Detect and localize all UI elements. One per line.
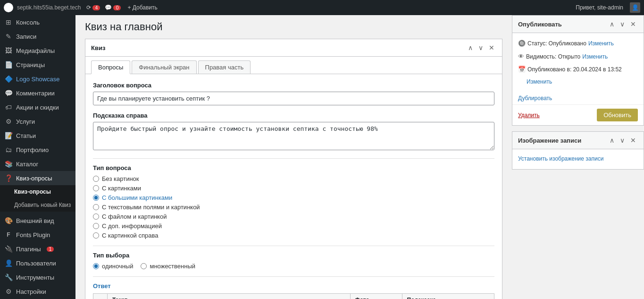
radio-s-kartinkami-label: С картинками — [102, 185, 141, 192]
comments-badge: 0 — [113, 5, 121, 10]
tab-voprosy[interactable]: Вопросы — [91, 60, 130, 74]
zapisi-icon: ✎ — [5, 33, 12, 40]
sidebar-item-kviz[interactable]: ❓ Квиз-опросы — [0, 171, 75, 185]
duplicate-link[interactable]: Дублировать — [518, 95, 552, 102]
col-text: Текст — [108, 294, 351, 299]
image-panel: Изображение записи ∧ ∨ ✕ Установить изоб… — [512, 131, 644, 170]
radio-bez-kartinok-input[interactable] — [93, 176, 99, 182]
sidebar-item-label: Медиафайлы — [16, 47, 55, 54]
panel-collapse-button[interactable]: ∧ — [466, 43, 475, 52]
page-title: Квиз на главной — [85, 21, 502, 33]
sidebar-item-nastroyki[interactable]: ⚙ Настройки — [0, 284, 75, 299]
panel-expand-button[interactable]: ∨ — [477, 43, 485, 52]
image-panel-header: Изображение записи ∧ ∨ ✕ — [512, 132, 644, 149]
sidebar-item-konsol[interactable]: ⊞ Консоль — [0, 15, 75, 29]
sidebar-item-media[interactable]: 🖼 Медиафайлы — [0, 43, 75, 58]
publish-panel: Опубликовать ∧ ∨ ✕ 🔘 Статус: Опубликован… — [512, 15, 644, 126]
update-button[interactable]: Обновить — [597, 109, 638, 121]
sidebar-item-stranitsy[interactable]: 📄 Страницы — [0, 58, 75, 72]
status-label: Статус: Опубликовано — [527, 39, 586, 49]
updates-icon-item[interactable]: ⟳ 4 — [86, 4, 100, 11]
radio-mnozhestvennyy[interactable]: множественный — [141, 263, 195, 270]
sidebar-item-label: Квиз-опросы — [16, 175, 52, 182]
radio-odinochny-input[interactable] — [93, 263, 99, 269]
radio-s-faylom-input[interactable] — [93, 214, 99, 220]
question-title-input[interactable] — [93, 92, 494, 105]
publish-panel-content: 🔘 Статус: Опубликовано Изменить 👁 Видимо… — [512, 33, 644, 92]
sidebar-item-kviz-list[interactable]: Квиз-опросы — [0, 185, 75, 198]
publish-panel-title: Опубликовать — [518, 21, 562, 28]
image-collapse-button[interactable]: ∧ — [608, 136, 616, 145]
plaginy-icon: 🔌 — [5, 245, 12, 253]
tab-finalny-ekran[interactable]: Финальный экран — [132, 60, 196, 74]
published-change-link[interactable]: Изменить — [527, 78, 552, 85]
sidebar-item-kviz-add[interactable]: Добавить новый Квиз — [0, 198, 75, 212]
sidebar-item-label: Внешний вид — [16, 217, 54, 224]
calendar-icon: 📅 — [518, 64, 526, 75]
sidebar-item-aktsii[interactable]: 🏷 Акции и скидки — [0, 100, 75, 114]
image-expand-button[interactable]: ∨ — [618, 136, 627, 145]
publish-expand-button[interactable]: ∨ — [618, 19, 627, 29]
radio-s-dop-input[interactable] — [93, 223, 99, 229]
question-type-radio-group: Без картинок С картинками С большими кар… — [93, 175, 494, 239]
hint-textarea[interactable] — [93, 122, 494, 150]
sidebar-item-polzovateli[interactable]: 👤 Пользователи — [0, 256, 75, 270]
delete-button[interactable]: Удалить — [518, 112, 540, 119]
sidebar-item-zapisi[interactable]: ✎ Записи — [0, 29, 75, 43]
uslugi-icon: ⚙ — [5, 118, 12, 125]
sidebar-item-fonts[interactable]: F Fonts Plugin — [0, 228, 75, 242]
radio-s-tekstovymi-input[interactable] — [93, 204, 99, 210]
publish-panel-header: Опубликовать ∧ ∨ ✕ — [512, 16, 644, 33]
wp-logo[interactable]: W — [4, 3, 13, 12]
tab-pravaya-chast[interactable]: Правая часть — [198, 60, 251, 74]
publish-collapse-button[interactable]: ∧ — [608, 19, 616, 29]
panel-controls: ∧ ∨ ✕ — [466, 43, 496, 52]
question-type-label: Тип вопроса — [93, 164, 494, 171]
radio-s-bolshimi-input[interactable] — [93, 195, 99, 201]
konsol-icon: ⊞ — [5, 18, 12, 26]
radio-s-bolshimi[interactable]: С большими картинками — [93, 194, 494, 201]
radio-s-kartinkami-input[interactable] — [93, 185, 99, 191]
sidebar-item-vneshni-vid[interactable]: 🎨 Внешний вид — [0, 214, 75, 228]
radio-bez-kartinok[interactable]: Без картинок — [93, 175, 494, 182]
quiz-panel: Квиз ∧ ∨ ✕ Вопросы Финальный экран Права… — [85, 39, 502, 299]
set-image-link[interactable]: Установить изображение записи — [518, 155, 603, 162]
sidebar-item-label: Настройки — [16, 288, 46, 295]
sidebar-item-plaginy[interactable]: 🔌 Плагины 1 — [0, 242, 75, 256]
sidebar-item-label: Пользователи — [16, 260, 56, 267]
publish-close-button[interactable]: ✕ — [628, 19, 638, 29]
radio-s-faylom[interactable]: С файлом и картинкой — [93, 213, 494, 220]
sidebar-item-label: Комментарии — [16, 90, 55, 97]
status-change-link[interactable]: Изменить — [588, 39, 614, 49]
comments-icon-item[interactable]: 💬 0 — [105, 4, 121, 11]
radio-s-kartinkoy-sprava-input[interactable] — [93, 232, 99, 239]
sidebar-item-portfolio[interactable]: 🗂 Портфолио — [0, 143, 75, 157]
main-content: Квиз на главной Квиз ∧ ∨ ✕ Вопросы Финал… — [75, 15, 512, 299]
radio-s-kartinkoy-sprava-label: С картинкой справа — [102, 232, 158, 239]
sidebar-item-katalog[interactable]: 📚 Каталог — [0, 157, 75, 171]
visibility-change-link[interactable]: Изменить — [582, 52, 608, 62]
radio-odinochny[interactable]: одиночный — [93, 263, 133, 270]
image-close-button[interactable]: ✕ — [628, 136, 638, 145]
choice-type-label: Тип выбора — [93, 252, 494, 259]
sidebar-item-logo-showcase[interactable]: 🔷 Logo Showcase — [0, 72, 75, 86]
radio-s-kartinkoy-sprava[interactable]: С картинкой справа — [93, 232, 494, 239]
sidebar-item-stati[interactable]: 📝 Статьи — [0, 128, 75, 143]
radio-s-dop[interactable]: С доп. информацией — [93, 222, 494, 230]
sidebar-submenu-kviz: Квиз-опросы Добавить новый Квиз — [0, 185, 75, 212]
radio-s-tekstovymi[interactable]: С текстовыми полями и картинкой — [93, 204, 494, 211]
user-avatar[interactable]: 👤 — [630, 2, 640, 13]
sidebar-item-kommentarii[interactable]: 💬 Комментарии — [0, 86, 75, 100]
question-title-group: Заголовок вопроса — [93, 82, 494, 105]
updates-badge: 4 — [92, 5, 100, 10]
add-button[interactable]: + Добавить — [127, 4, 157, 11]
sidebar-item-instrumenty[interactable]: 🔧 Инструменты — [0, 270, 75, 284]
answer-group: Ответ Текст Фото Подсказка — [93, 282, 494, 299]
visibility-label: Видимость: Открыто — [526, 52, 580, 62]
radio-s-kartinkami[interactable]: С картинками — [93, 185, 494, 192]
panel-close-button[interactable]: ✕ — [487, 43, 496, 52]
user-greeting: Привет, site-admin — [576, 4, 623, 11]
site-url[interactable]: septik.hits55ia.beget.tech — [17, 4, 81, 11]
sidebar-item-uslugi[interactable]: ⚙ Услуги — [0, 114, 75, 128]
radio-mnozhestvennyy-input[interactable] — [141, 263, 147, 269]
